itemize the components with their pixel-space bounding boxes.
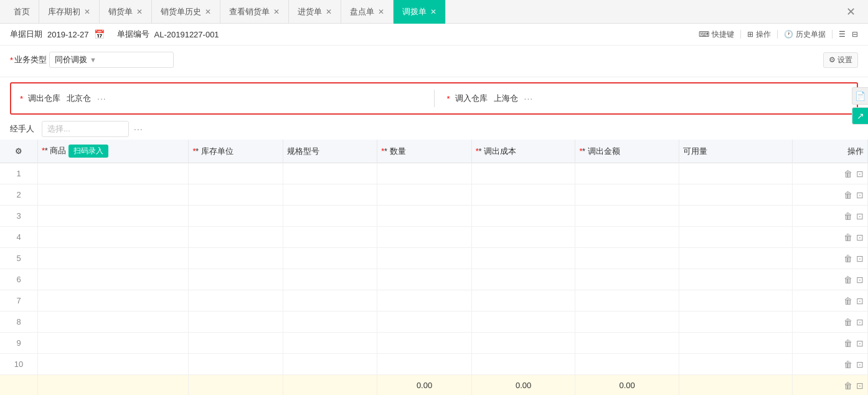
table-gear-icon[interactable]: ⚙ <box>15 146 22 156</box>
scan-button[interactable]: 扫码录入 <box>68 145 108 158</box>
cell-amount-2[interactable] <box>575 184 679 206</box>
tab-purchase-order[interactable]: 进货单 ✕ <box>289 0 341 24</box>
cell-spec-7[interactable] <box>283 290 377 312</box>
cell-quantity-8[interactable] <box>377 312 471 333</box>
close-transfer-tab[interactable]: ✕ <box>430 7 436 16</box>
copy-icon-6[interactable]: ⊡ <box>856 275 864 285</box>
copy-icon-7[interactable]: ⊡ <box>856 296 864 306</box>
cell-spec-2[interactable] <box>283 184 377 206</box>
copy-icon-9[interactable]: ⊡ <box>856 338 864 348</box>
cell-cost-7[interactable] <box>471 290 575 312</box>
tab-transfer[interactable]: 调拨单 ✕ <box>394 0 446 24</box>
th-gear[interactable]: ⚙ <box>0 140 38 163</box>
warehouse-out-value[interactable]: 北京仓 <box>67 93 91 104</box>
cell-product-1[interactable] <box>38 163 189 184</box>
delete-icon-6[interactable]: 🗑 <box>844 275 852 285</box>
cell-amount-3[interactable] <box>575 206 679 227</box>
grid-view-button[interactable]: ⊟ <box>852 30 858 39</box>
tab-view-sales[interactable]: 查看销货单 ✕ <box>220 0 289 24</box>
cell-unit-7[interactable] <box>189 290 283 312</box>
copy-icon-5[interactable]: ⊡ <box>856 254 864 264</box>
tab-home[interactable]: 首页 <box>5 0 39 24</box>
cell-amount-9[interactable] <box>575 333 679 354</box>
cell-product-9[interactable] <box>38 333 189 354</box>
cell-quantity-2[interactable] <box>377 184 471 206</box>
cell-quantity-1[interactable] <box>377 163 471 184</box>
delete-icon-1[interactable]: 🗑 <box>844 169 852 179</box>
sidebar-expand-tab[interactable]: ↗ <box>852 107 868 125</box>
cell-amount-5[interactable] <box>575 248 679 269</box>
window-close-button[interactable]: ✕ <box>839 5 863 19</box>
cell-spec-8[interactable] <box>283 312 377 333</box>
copy-icon-4[interactable]: ⊡ <box>856 232 864 242</box>
cell-cost-3[interactable] <box>471 206 575 227</box>
delete-icon-5[interactable]: 🗑 <box>844 254 852 264</box>
close-stocktake-tab[interactable]: ✕ <box>378 7 384 16</box>
cell-product-4[interactable] <box>38 227 189 248</box>
cell-spec-11[interactable] <box>283 375 377 396</box>
cell-amount-1[interactable] <box>575 163 679 184</box>
cell-unit-8[interactable] <box>189 312 283 333</box>
date-value[interactable]: 2019-12-27 <box>47 30 89 39</box>
cell-unit-1[interactable] <box>189 163 283 184</box>
cell-cost-6[interactable] <box>471 269 575 290</box>
cell-amount-7[interactable] <box>575 290 679 312</box>
copy-icon-8[interactable]: ⊡ <box>856 317 864 327</box>
cell-cost-2[interactable] <box>471 184 575 206</box>
cell-unit-6[interactable] <box>189 269 283 290</box>
operator-select[interactable]: 选择... <box>42 121 129 137</box>
cell-cost-4[interactable] <box>471 227 575 248</box>
cell-quantity-6[interactable] <box>377 269 471 290</box>
tab-sales-history[interactable]: 销货单历史 ✕ <box>152 0 220 24</box>
cell-unit-5[interactable] <box>189 248 283 269</box>
settings-button[interactable]: ⚙ 设置 <box>823 52 858 68</box>
cell-spec-3[interactable] <box>283 206 377 227</box>
close-purchase-order-tab[interactable]: ✕ <box>326 7 332 16</box>
operation-button[interactable]: ⊞ 操作 <box>747 29 771 40</box>
tab-sales-order[interactable]: 销货单 ✕ <box>100 0 152 24</box>
cell-quantity-10[interactable] <box>377 354 471 375</box>
cell-unit-3[interactable] <box>189 206 283 227</box>
copy-icon-3[interactable]: ⊡ <box>856 211 864 221</box>
cell-spec-6[interactable] <box>283 269 377 290</box>
delete-icon-11[interactable]: 🗑 <box>844 381 852 391</box>
delete-icon-2[interactable]: 🗑 <box>844 190 852 200</box>
warehouse-in-value[interactable]: 上海仓 <box>494 93 518 104</box>
cell-spec-10[interactable] <box>283 354 377 375</box>
cell-product-10[interactable] <box>38 354 189 375</box>
cell-unit-4[interactable] <box>189 227 283 248</box>
tab-stocktake[interactable]: 盘点单 ✕ <box>341 0 394 24</box>
cell-spec-5[interactable] <box>283 248 377 269</box>
copy-icon-11[interactable]: ⊡ <box>856 381 864 391</box>
cell-unit-10[interactable] <box>189 354 283 375</box>
cell-product-3[interactable] <box>38 206 189 227</box>
cell-spec-4[interactable] <box>283 227 377 248</box>
copy-icon-2[interactable]: ⊡ <box>856 190 864 200</box>
cell-product-6[interactable] <box>38 269 189 290</box>
cell-unit-11[interactable] <box>189 375 283 396</box>
cell-cost-10[interactable] <box>471 354 575 375</box>
delete-icon-7[interactable]: 🗑 <box>844 296 852 306</box>
copy-icon-1[interactable]: ⊡ <box>856 169 864 179</box>
cell-product-5[interactable] <box>38 248 189 269</box>
delete-icon-8[interactable]: 🗑 <box>844 317 852 327</box>
history-button[interactable]: 🕐 历史单据 <box>784 29 826 40</box>
sidebar-doc-tab[interactable]: 📄 <box>852 87 868 105</box>
delete-icon-9[interactable]: 🗑 <box>844 338 852 348</box>
cell-quantity-5[interactable] <box>377 248 471 269</box>
cell-cost-5[interactable] <box>471 248 575 269</box>
business-type-select[interactable]: 同价调拨 ▼ <box>49 52 174 68</box>
delete-icon-3[interactable]: 🗑 <box>844 211 852 221</box>
cell-cost-1[interactable] <box>471 163 575 184</box>
close-sales-order-tab[interactable]: ✕ <box>136 7 143 16</box>
cell-cost-9[interactable] <box>471 333 575 354</box>
tab-inventory-init[interactable]: 库存期初 ✕ <box>39 0 100 24</box>
delete-icon-10[interactable]: 🗑 <box>844 359 852 369</box>
cell-quantity-4[interactable] <box>377 227 471 248</box>
list-view-button[interactable]: ☰ <box>839 30 846 39</box>
cell-quantity-3[interactable] <box>377 206 471 227</box>
warehouse-out-more-button[interactable]: ··· <box>97 93 106 103</box>
cell-product-7[interactable] <box>38 290 189 312</box>
delete-icon-4[interactable]: 🗑 <box>844 232 852 242</box>
close-inventory-init-tab[interactable]: ✕ <box>84 7 90 16</box>
